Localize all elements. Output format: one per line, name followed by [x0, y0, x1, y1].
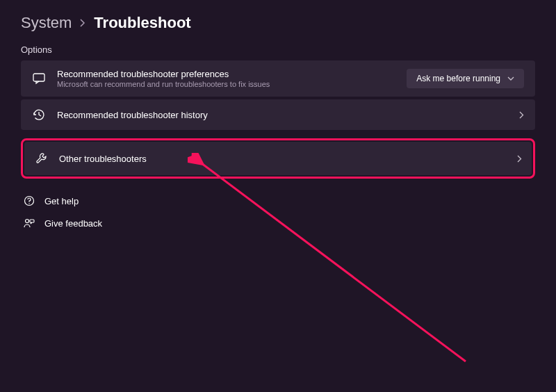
other-troubleshooters-card[interactable]: Other troubleshooters — [24, 142, 532, 175]
highlighted-annotation: Other troubleshooters — [21, 138, 535, 179]
message-icon — [32, 72, 46, 85]
svg-point-2 — [28, 203, 29, 204]
preferences-title: Recommended troubleshooter preferences — [57, 69, 407, 79]
chevron-down-icon — [507, 76, 514, 81]
section-label: Options — [21, 44, 535, 55]
preferences-subtitle: Microsoft can recommend and run troubles… — [57, 80, 407, 88]
help-text: Get help — [44, 196, 79, 206]
svg-point-3 — [26, 220, 29, 223]
breadcrumb-current: Troubleshoot — [94, 14, 190, 32]
preferences-content: Recommended troubleshooter preferences M… — [57, 69, 407, 88]
chevron-right-icon — [517, 155, 522, 163]
preferences-card[interactable]: Recommended troubleshooter preferences M… — [21, 60, 535, 97]
other-content: Other troubleshooters — [59, 154, 517, 164]
other-title: Other troubleshooters — [59, 154, 517, 164]
preferences-dropdown[interactable]: Ask me before running — [407, 69, 524, 88]
get-help-link[interactable]: Get help — [21, 190, 535, 212]
dropdown-value: Ask me before running — [416, 74, 500, 83]
history-title: Recommended troubleshooter history — [57, 110, 519, 120]
breadcrumb-parent[interactable]: System — [21, 14, 72, 32]
svg-rect-0 — [33, 74, 44, 81]
chevron-right-icon — [80, 19, 85, 27]
chevron-right-icon — [519, 111, 524, 119]
feedback-icon — [24, 218, 35, 229]
give-feedback-link[interactable]: Give feedback — [21, 212, 535, 234]
help-icon — [24, 195, 35, 206]
breadcrumb: System Troubleshoot — [21, 14, 535, 32]
history-card[interactable]: Recommended troubleshooter history — [21, 99, 535, 130]
history-content: Recommended troubleshooter history — [57, 110, 519, 120]
history-icon — [32, 108, 46, 122]
svg-rect-4 — [30, 220, 34, 222]
feedback-text: Give feedback — [44, 218, 102, 229]
wrench-icon — [34, 152, 48, 165]
